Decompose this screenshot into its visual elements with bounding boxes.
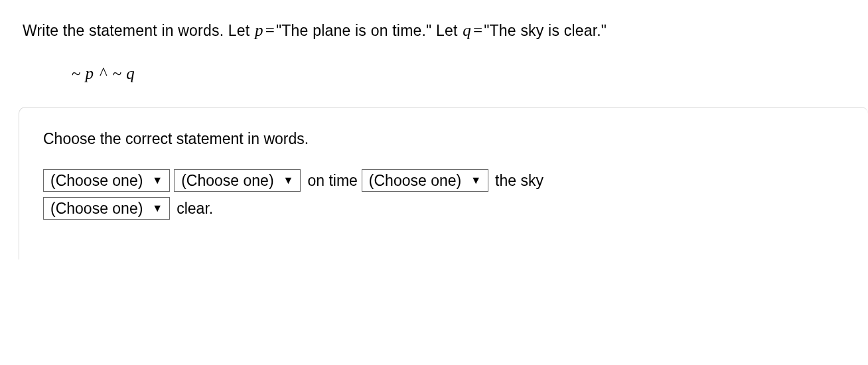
var-p: p: [254, 21, 264, 39]
problem-prompt: Write the statement in words. Let p="The…: [23, 19, 845, 42]
not-operator-2: ~: [113, 64, 126, 82]
and-operator: ^: [94, 64, 113, 82]
chevron-down-icon: ▼: [152, 175, 163, 186]
text-on-time: on time: [305, 173, 361, 188]
equals-2: =: [472, 21, 484, 39]
dropdown-2[interactable]: (Choose one) ▼: [174, 169, 301, 192]
chevron-down-icon: ▼: [283, 175, 294, 186]
not-operator-1: ~: [72, 64, 85, 82]
answer-panel: Choose the correct statement in words. (…: [19, 107, 868, 259]
prompt-text-1: Write the statement in words. Let: [23, 22, 254, 39]
dropdown-1[interactable]: (Choose one) ▼: [43, 169, 170, 192]
p-definition: "The plane is on time." Let: [276, 22, 462, 39]
expr-q: q: [125, 64, 135, 82]
dropdown-3[interactable]: (Choose one) ▼: [362, 169, 488, 192]
dropdown-3-label: (Choose one): [369, 173, 461, 188]
dropdown-2-label: (Choose one): [181, 173, 273, 188]
dropdown-4-label: (Choose one): [50, 201, 143, 216]
page-root: Write the statement in words. Let p="The…: [0, 0, 868, 259]
answer-line: (Choose one) ▼ (Choose one) ▼ on time (C…: [43, 167, 844, 222]
logic-expression: ~p^~q: [72, 64, 845, 83]
chevron-down-icon: ▼: [470, 175, 481, 186]
dropdown-4[interactable]: (Choose one) ▼: [43, 197, 170, 220]
text-clear: clear.: [174, 201, 217, 216]
chevron-down-icon: ▼: [152, 203, 163, 214]
panel-heading: Choose the correct statement in words.: [43, 130, 844, 148]
equals-1: =: [264, 21, 276, 39]
dropdown-1-label: (Choose one): [50, 173, 143, 188]
var-q: q: [462, 21, 472, 39]
text-the-sky: the sky: [492, 173, 547, 188]
expr-p: p: [85, 64, 95, 82]
q-definition: "The sky is clear.": [484, 22, 607, 39]
